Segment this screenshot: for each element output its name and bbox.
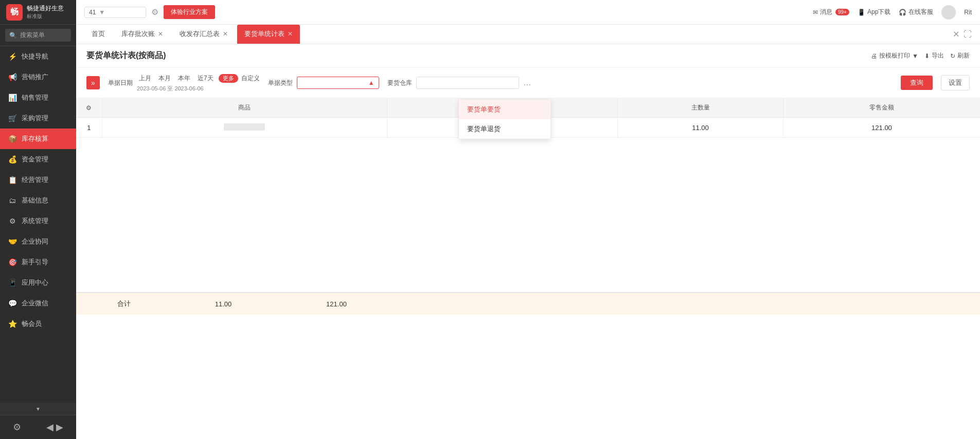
filter-type-group: 单据类型 ▲ 要货单要货 要货单退货 bbox=[268, 77, 379, 89]
refresh-icon: ↻ bbox=[950, 52, 955, 60]
date-btn-last-7days[interactable]: 近7天 bbox=[195, 73, 216, 84]
tab-receivable-summary[interactable]: 收发存汇总表 ✕ bbox=[172, 25, 235, 44]
export-button[interactable]: ⬇ 导出 bbox=[924, 51, 944, 60]
sidebar-item-finance[interactable]: 💰 资金管理 bbox=[0, 149, 76, 170]
app-download-button[interactable]: 📱 App下载 bbox=[858, 8, 890, 16]
tab-inventory-batch[interactable]: 库存批次账 ✕ bbox=[114, 25, 170, 44]
sidebar-item-sales[interactable]: 📊 销售管理 bbox=[0, 87, 76, 108]
user-avatar[interactable] bbox=[941, 5, 956, 20]
topbar: 41 ▼ ⚙ 体验行业方案 ✉ 消息 99+ 📱 App下载 🎧 在线客服 Ri… bbox=[76, 0, 980, 25]
filter-date-group: 单据日期 上月 本月 本年 近7天 更多 自定义 2023-05-06 至 20… bbox=[108, 73, 260, 93]
col-product: 商品 bbox=[102, 98, 387, 118]
col-settings[interactable]: ⚙ bbox=[76, 98, 102, 118]
tab-order-stats-close[interactable]: ✕ bbox=[288, 30, 293, 38]
type-label: 单据类型 bbox=[268, 79, 293, 87]
sidebar-item-label: 系统管理 bbox=[22, 216, 48, 226]
print-template-button[interactable]: 🖨 按模板打印 ▼ bbox=[871, 51, 918, 60]
sidebar-item-marketing[interactable]: 📢 营销推广 bbox=[0, 67, 76, 87]
date-btn-last-month[interactable]: 上月 bbox=[137, 73, 153, 84]
type-input[interactable]: ▲ bbox=[297, 77, 379, 89]
dropdown-arrow-icon: ▼ bbox=[99, 9, 105, 16]
company-dropdown[interactable]: 41 ▼ bbox=[84, 7, 146, 18]
tab-home[interactable]: 首页 bbox=[84, 25, 112, 44]
operations-icon: 📋 bbox=[7, 175, 17, 185]
guide-icon: 🎯 bbox=[7, 257, 17, 267]
tab-home-label: 首页 bbox=[92, 29, 105, 39]
sidebar-search-button[interactable]: 🔍 搜索菜单 bbox=[5, 29, 71, 42]
print-dropdown-icon: ▼ bbox=[912, 52, 918, 60]
sidebar-scroll-down[interactable]: ▼ bbox=[0, 403, 76, 415]
query-button[interactable]: 查询 bbox=[901, 76, 933, 90]
type-dropdown-popup: 要货单要货 要货单退货 bbox=[458, 99, 551, 139]
topbar-left: 41 ▼ ⚙ 体验行业方案 bbox=[84, 5, 215, 19]
warehouse-input[interactable] bbox=[416, 77, 519, 89]
table-settings-button[interactable]: 设置 bbox=[941, 75, 970, 90]
total-quantity: 11.00 bbox=[192, 300, 254, 308]
tab-expand-icon[interactable]: ⛶ bbox=[964, 30, 972, 39]
inventory-icon: 📦 bbox=[7, 134, 17, 144]
sidebar-logo: 畅 bbox=[6, 4, 23, 21]
column-settings-icon[interactable]: ⚙ bbox=[86, 104, 92, 112]
tab-receivable-summary-close[interactable]: ✕ bbox=[223, 30, 228, 38]
date-btn-more[interactable]: 更多 bbox=[219, 74, 238, 83]
filter-bar: » 单据日期 上月 本月 本年 近7天 更多 自定义 2023-05-06 bbox=[76, 68, 980, 98]
sidebar-item-purchase[interactable]: 🛒 采购管理 bbox=[0, 108, 76, 129]
tab-inventory-batch-close[interactable]: ✕ bbox=[158, 30, 163, 38]
app-center-icon: 📱 bbox=[7, 278, 17, 288]
page-actions: 🖨 按模板打印 ▼ ⬇ 导出 ↻ 刷新 bbox=[871, 51, 970, 60]
sidebar-item-member[interactable]: ⭐ 畅会员 bbox=[0, 314, 76, 334]
trial-button[interactable]: 体验行业方案 bbox=[164, 5, 215, 19]
app-download-icon: 📱 bbox=[858, 9, 865, 16]
notification-button[interactable]: ✉ 消息 99+ bbox=[813, 8, 849, 16]
sidebar-item-operations[interactable]: 📋 经营管理 bbox=[0, 170, 76, 190]
tab-order-stats[interactable]: 要货单统计表 ✕ bbox=[237, 25, 300, 44]
sidebar-collapse-button[interactable]: ◀ ▶ bbox=[42, 419, 67, 435]
sidebar-item-app-center[interactable]: 📱 应用中心 bbox=[0, 272, 76, 293]
expand-icon: » bbox=[91, 79, 95, 87]
sidebar-footer: ⚙ ◀ ▶ bbox=[0, 415, 76, 439]
sidebar-item-wechat[interactable]: 💬 企业微信 bbox=[0, 293, 76, 314]
sidebar-item-label: 应用中心 bbox=[22, 278, 48, 287]
date-label: 单据日期 bbox=[108, 79, 133, 87]
sidebar-item-guide[interactable]: 🎯 新手引导 bbox=[0, 252, 76, 272]
tab-close-all-icon[interactable]: ✕ bbox=[953, 29, 959, 39]
finance-icon: 💰 bbox=[7, 154, 17, 164]
total-label: 合计 bbox=[117, 299, 131, 308]
sidebar-item-label: 资金管理 bbox=[22, 155, 48, 164]
topbar-right: ✉ 消息 99+ 📱 App下载 🎧 在线客服 Rit bbox=[813, 5, 972, 20]
export-icon: ⬇ bbox=[924, 52, 930, 60]
dropdown-item-order-goods[interactable]: 要货单要货 bbox=[459, 100, 550, 119]
dropdown-item-order-return[interactable]: 要货单退货 bbox=[459, 119, 550, 139]
sidebar-item-cooperation[interactable]: 🤝 企业协同 bbox=[0, 231, 76, 252]
sidebar-item-inventory[interactable]: 📦 库存核算 bbox=[0, 129, 76, 149]
refresh-button[interactable]: ↻ 刷新 bbox=[950, 51, 970, 60]
date-custom-btn[interactable]: 自定义 bbox=[241, 74, 260, 83]
sidebar-item-basic-info[interactable]: 🗂 基础信息 bbox=[0, 190, 76, 211]
filter-expand-button[interactable]: » bbox=[86, 76, 100, 89]
online-service-button[interactable]: 🎧 在线客服 bbox=[899, 8, 933, 16]
sidebar-item-label: 采购管理 bbox=[22, 114, 48, 123]
filter-more-icon[interactable]: … bbox=[523, 78, 531, 87]
headset-icon: 🎧 bbox=[899, 9, 906, 16]
purchase-icon: 🛒 bbox=[7, 113, 17, 123]
sidebar-item-label: 基础信息 bbox=[22, 196, 48, 205]
sidebar-item-label: 新手引导 bbox=[22, 258, 48, 267]
date-btn-this-month[interactable]: 本月 bbox=[156, 73, 173, 84]
cell-product bbox=[102, 118, 387, 138]
sidebar-item-system[interactable]: ⚙ 系统管理 bbox=[0, 211, 76, 231]
date-btn-this-year[interactable]: 本年 bbox=[176, 73, 192, 84]
product-placeholder bbox=[224, 123, 265, 131]
sidebar-header: 畅 畅捷通好生意 标准版 bbox=[0, 0, 76, 25]
sidebar-settings-button[interactable]: ⚙ bbox=[9, 419, 25, 435]
username-label: Rit bbox=[964, 9, 972, 16]
warehouse-label: 要货仓库 bbox=[387, 79, 412, 87]
sidebar-item-label: 销售管理 bbox=[22, 93, 48, 102]
topbar-gear-icon[interactable]: ⚙ bbox=[151, 7, 158, 17]
col-quantity: 主数量 bbox=[618, 98, 783, 118]
sidebar-item-quick-nav[interactable]: ⚡ 快捷导航 bbox=[0, 46, 76, 67]
page-header: 要货单统计表(按商品) 🖨 按模板打印 ▼ ⬇ 导出 ↻ 刷新 bbox=[76, 44, 980, 68]
filter-warehouse-group: 要货仓库 … bbox=[387, 77, 531, 89]
tab-receivable-summary-label: 收发存汇总表 bbox=[180, 29, 220, 39]
cell-index: 1 bbox=[76, 118, 102, 138]
sidebar: 畅 畅捷通好生意 标准版 🔍 搜索菜单 ⚡ 快捷导航 📢 营销推广 📊 销售管理… bbox=[0, 0, 76, 439]
